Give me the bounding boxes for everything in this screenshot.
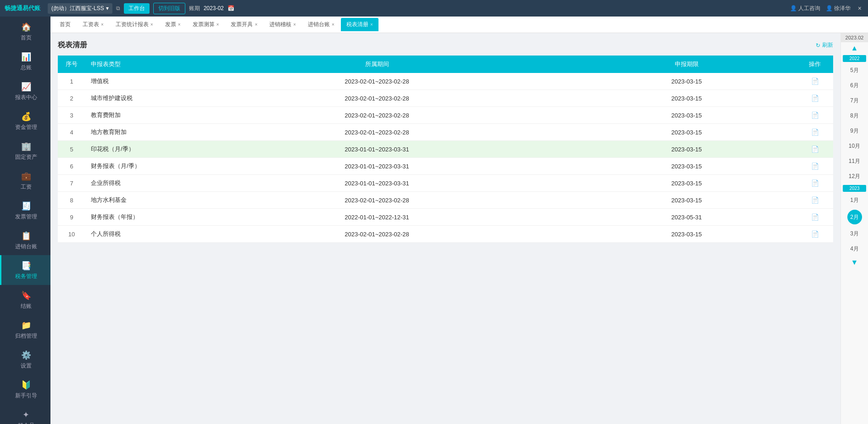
action-icon[interactable]: 📄 (811, 128, 819, 136)
sidebar-item-guide[interactable]: 🔰 新手引导 (0, 374, 50, 404)
home-icon: 🏠 (21, 22, 31, 32)
action-icon[interactable]: 📄 (811, 179, 819, 187)
calendar-scroll-down[interactable]: ▼ (849, 257, 860, 268)
action-icon[interactable]: 📄 (811, 95, 819, 102)
tab-salary-stats-label: 工资统计报表 (116, 21, 149, 28)
action-icon[interactable]: 📄 (811, 78, 819, 85)
cell-index: 2 (58, 90, 85, 107)
cell-type: 印花税（月/季） (85, 141, 177, 158)
cell-deadline: 2023-03-15 (577, 141, 796, 158)
sidebar-item-salary[interactable]: 💼 工资 (0, 166, 50, 195)
cell-action[interactable]: 📄 (796, 124, 833, 141)
cell-action[interactable]: 📄 (796, 141, 833, 158)
calendar-month-oct[interactable]: 10月 (841, 139, 868, 154)
action-icon[interactable]: 📄 (811, 162, 819, 170)
tab-purchase-review-close[interactable]: × (293, 22, 296, 27)
tab-salary-stats-close[interactable]: × (150, 22, 153, 27)
cell-type: 增值税 (85, 73, 177, 90)
action-icon[interactable]: 📄 (811, 213, 819, 221)
calendar-month-jul[interactable]: 7月 (841, 93, 868, 108)
cell-action[interactable]: 📄 (796, 158, 833, 175)
cell-action[interactable]: 📄 (796, 209, 833, 226)
workspace-button[interactable]: 工作台 (124, 3, 150, 14)
cell-deadline: 2023-03-15 (577, 107, 796, 124)
tab-salary[interactable]: 工资表 × (77, 18, 109, 31)
chevron-down-icon: ▾ (106, 5, 109, 11)
sidebar-item-funds[interactable]: 💰 资金管理 (0, 106, 50, 136)
company-selector[interactable]: (勿动）江西服宝-LSS ▾ (48, 3, 112, 14)
action-icon[interactable]: 📄 (811, 145, 819, 153)
sidebar-item-settings[interactable]: ⚙️ 设置 (0, 345, 50, 374)
tab-invoice[interactable]: 发票 × (160, 18, 186, 31)
table-row: 2 城市维护建设税 2023-02-01~2023-02-28 2023-03-… (58, 90, 833, 107)
cell-deadline: 2023-03-15 (577, 226, 796, 243)
cell-action[interactable]: 📄 (796, 107, 833, 124)
tab-salary-close[interactable]: × (101, 22, 104, 27)
user-name[interactable]: 👤 徐泽华 (826, 5, 851, 12)
cell-period: 2023-02-01~2023-02-28 (177, 192, 577, 209)
calendar-month-nov[interactable]: 11月 (841, 154, 868, 169)
tab-tax-list-close[interactable]: × (370, 22, 373, 27)
tab-invoice-calc[interactable]: 发票测算 × (187, 18, 225, 31)
cell-deadline: 2023-03-15 (577, 175, 796, 192)
period-label: 账期 (189, 5, 200, 12)
cell-action[interactable]: 📄 (796, 192, 833, 209)
table-row: 5 印花税（月/季） 2023-01-01~2023-03-31 2023-03… (58, 141, 833, 158)
year-badge-current: 2023 (843, 185, 866, 192)
refresh-button[interactable]: ↻ 刷新 (816, 41, 833, 49)
sidebar-item-settlement[interactable]: 🔖 结账 (0, 285, 50, 315)
sidebar-item-invoice[interactable]: 🧾 发票管理 (0, 195, 50, 225)
col-header-type: 申报表类型 (85, 56, 177, 73)
sidebar-item-member[interactable]: ✦ 畅会员 (0, 404, 50, 424)
cell-index: 8 (58, 192, 85, 209)
calendar-month-jun[interactable]: 6月 (841, 78, 868, 93)
cell-action[interactable]: 📄 (796, 73, 833, 90)
tab-purchase-ledger[interactable]: 进销台账 × (302, 18, 340, 31)
sidebar-item-ledger[interactable]: 📊 总账 (0, 46, 50, 76)
cell-type: 地方教育附加 (85, 124, 177, 141)
calendar-month-sep[interactable]: 9月 (841, 123, 868, 139)
cell-type: 地方水利基金 (85, 192, 177, 209)
calendar-scroll-up[interactable]: ▲ (849, 42, 860, 54)
tab-purchase-review[interactable]: 进销稽核 × (264, 18, 301, 31)
tab-invoice-open[interactable]: 发票开具 × (225, 18, 263, 31)
member-icon: ✦ (22, 410, 29, 420)
sidebar-item-home[interactable]: 🏠 首页 (0, 17, 50, 46)
calendar-month-aug[interactable]: 8月 (841, 108, 868, 123)
cell-action[interactable]: 📄 (796, 175, 833, 192)
calendar-month-dec[interactable]: 12月 (841, 169, 868, 184)
tab-invoice-open-close[interactable]: × (255, 22, 257, 27)
cell-index: 6 (58, 158, 85, 175)
tab-tax-list[interactable]: 税表清册 × (341, 18, 378, 31)
sidebar-item-fixed-assets[interactable]: 🏢 固定资产 (0, 136, 50, 166)
calendar-month-jan[interactable]: 1月 (841, 193, 868, 208)
tab-home[interactable]: 首页 (54, 18, 76, 31)
switch-old-button[interactable]: 切到旧版 (153, 3, 185, 14)
sidebar-item-archive[interactable]: 📁 归档管理 (0, 315, 50, 345)
cell-action[interactable]: 📄 (796, 226, 833, 243)
tab-purchase-ledger-close[interactable]: × (332, 22, 334, 27)
cell-period: 2023-02-01~2023-02-28 (177, 226, 577, 243)
calendar-month-may[interactable]: 5月 (841, 63, 868, 78)
cell-period: 2023-01-01~2023-03-31 (177, 141, 577, 158)
tab-invoice-calc-close[interactable]: × (217, 22, 219, 27)
tab-salary-stats[interactable]: 工资统计报表 × (110, 18, 159, 31)
sidebar-item-purchase-sales[interactable]: 📋 进销台账 (0, 225, 50, 255)
calendar-month-apr[interactable]: 4月 (841, 241, 868, 257)
table-row: 1 增值税 2023-02-01~2023-02-28 2023-03-15 📄 (58, 73, 833, 90)
sidebar-item-tax[interactable]: 📑 税务管理 (0, 255, 50, 285)
sidebar-item-reports[interactable]: 📈 报表中心 (0, 76, 50, 106)
action-icon[interactable]: 📄 (811, 112, 819, 119)
sidebar: 🏠 首页 📊 总账 📈 报表中心 💰 资金管理 🏢 固定资产 💼 工资 🧾 发票… (0, 17, 50, 424)
consult-button[interactable]: 👤 人工咨询 (790, 5, 820, 12)
calendar-month-mar[interactable]: 3月 (841, 226, 868, 241)
table-row: 9 财务报表（年报） 2022-01-01~2022-12-31 2023-05… (58, 209, 833, 226)
close-window-button[interactable]: × (856, 5, 863, 12)
tab-invoice-label: 发票 (165, 21, 176, 28)
calendar-month-feb-active[interactable]: 2月 (847, 210, 862, 224)
copy-icon: ⧉ (116, 5, 120, 11)
cell-action[interactable]: 📄 (796, 90, 833, 107)
tab-invoice-close[interactable]: × (178, 22, 181, 27)
action-icon[interactable]: 📄 (811, 196, 819, 204)
action-icon[interactable]: 📄 (811, 230, 819, 238)
